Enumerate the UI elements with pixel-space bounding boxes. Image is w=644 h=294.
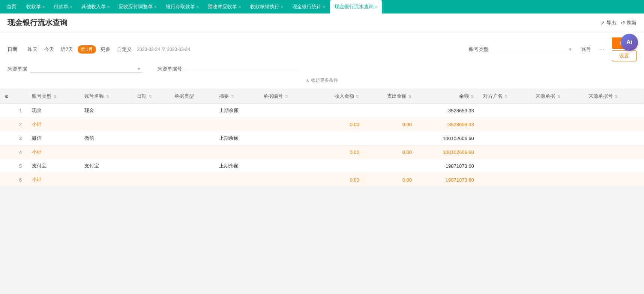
nav-home[interactable]: 首页: [2, 0, 22, 13]
td-doc-number: [258, 159, 311, 173]
nav-cash-bank-stat[interactable]: 现金银行统计 ×: [288, 0, 330, 13]
table-row[interactable]: 6小计0.000.0019871073.60: [0, 173, 644, 187]
nav-cash-bank-stat-close[interactable]: ×: [323, 0, 325, 13]
source-doc-select[interactable]: ▾: [30, 65, 143, 73]
date-opt-more[interactable]: 更多: [98, 45, 113, 54]
nav-prepay-offset-close[interactable]: ×: [239, 0, 241, 13]
th-doc-type: 单据类型: [170, 89, 215, 104]
th-summary[interactable]: 摘要 ⇅: [215, 89, 259, 104]
td-summary: [215, 173, 259, 187]
source-doc-num-label: 来源单据号: [158, 66, 182, 72]
td-source-doc-num: [584, 104, 644, 118]
date-opt-7days[interactable]: 近7天: [59, 45, 75, 54]
td-account-name: [80, 145, 132, 159]
collapse-label: 收起更多条件: [311, 77, 338, 84]
td-expense: 0.00: [364, 118, 416, 131]
nav-other-income-close[interactable]: ×: [107, 0, 110, 13]
td-balance: 100102606.60: [416, 145, 479, 159]
page-header: 现金银行流水查询 ↗ 导出 ↺ 刷新: [0, 13, 644, 32]
ai-label: Ai: [626, 39, 632, 46]
th-account-name-label: 账号名称: [84, 93, 104, 99]
td-income: [311, 159, 364, 173]
td-index: 4: [14, 145, 27, 159]
td-balance: 19871073.60: [416, 159, 479, 173]
date-opt-yesterday[interactable]: 昨天: [26, 45, 40, 54]
nav-receipt-verify-label: 收款核销执行: [250, 0, 279, 13]
nav-ar-ap-adjust-close[interactable]: ×: [154, 0, 156, 13]
th-account-type[interactable]: 账号类型 ⇅: [27, 89, 80, 104]
th-source-doc[interactable]: 来源单据 ⇅: [531, 89, 584, 104]
th-source-doc-num-label: 来源单据号: [588, 93, 613, 99]
nav-prepay-offset-label: 预收冲应收单: [208, 0, 237, 13]
table-row[interactable]: 5支付宝支付宝上期余额19871073.60: [0, 159, 644, 173]
th-settings[interactable]: ⚙: [0, 89, 14, 104]
td-source-doc-num: [584, 173, 644, 187]
th-expense-sort: ⇅: [408, 94, 411, 98]
td-date: [132, 131, 170, 145]
account-type-select[interactable]: ▾: [491, 46, 574, 53]
table-row[interactable]: 1现金现金上期余额-3528659.33: [0, 104, 644, 118]
td-account-type: 小计: [27, 173, 80, 187]
td-counterpart: [479, 173, 531, 187]
nav-other-income[interactable]: 其他收入单 ×: [77, 0, 114, 13]
nav-home-label: 首页: [7, 0, 17, 13]
th-source-doc-num[interactable]: 来源单据号 ⇅: [584, 89, 644, 104]
nav-receipt-close[interactable]: ×: [42, 0, 45, 13]
td-summary: 上期余额: [215, 159, 259, 173]
th-account-name[interactable]: 账号名称 ⇅: [80, 89, 132, 104]
td-account-name: 微信: [80, 131, 132, 145]
nav-cash-bank-flow[interactable]: 现金银行流水查询 ×: [330, 0, 382, 13]
td-doc-type: [170, 118, 215, 131]
td-expense: 0.00: [364, 173, 416, 187]
td-summary: 上期余额: [215, 104, 259, 118]
nav-bank-deposit-close[interactable]: ×: [197, 0, 199, 13]
source-doc-num-input[interactable]: [185, 68, 297, 70]
table-row[interactable]: 2小计0.000.00-3528659.33: [0, 118, 644, 131]
settings-button[interactable]: 设置: [612, 50, 636, 61]
data-table: ⚙ 账号类型 ⇅ 账号名称 ⇅ 日期 ⇅ 单据类型: [0, 89, 644, 187]
refresh-button[interactable]: ↺ 刷新: [621, 19, 636, 26]
td-account-type: 小计: [27, 118, 80, 131]
date-opt-custom[interactable]: 自定义: [115, 45, 134, 54]
nav-receipt[interactable]: 收款单 ×: [22, 0, 49, 13]
td-balance: -3528659.33: [416, 104, 479, 118]
source-doc-group: 来源单据 ▾: [8, 65, 143, 73]
filter-row-2: 来源单据 ▾ 来源单据号: [8, 65, 636, 73]
date-opt-1month[interactable]: 近1月: [78, 45, 96, 54]
th-doc-type-label: 单据类型: [174, 93, 194, 99]
td-source-doc: [531, 104, 584, 118]
account-ellipsis[interactable]: ···: [599, 46, 604, 53]
collapse-bar[interactable]: ∧ 收起更多条件: [8, 76, 636, 84]
td-summary: [215, 118, 259, 131]
th-doc-number[interactable]: 单据编号 ⇅: [258, 89, 311, 104]
td-doc-type: [170, 159, 215, 173]
th-counterpart[interactable]: 对方户名 ⇅: [479, 89, 531, 104]
td-date: [132, 118, 170, 131]
source-doc-dropdown-icon: ▾: [138, 66, 140, 72]
nav-receipt-verify[interactable]: 收款核销执行 ×: [246, 0, 288, 13]
td-source-doc-num: [584, 131, 644, 145]
nav-cash-bank-flow-close[interactable]: ×: [375, 0, 377, 13]
nav-ar-ap-adjust[interactable]: 应收应付调整单 ×: [114, 0, 161, 13]
th-expense[interactable]: 支出金额 ⇅: [364, 89, 416, 104]
export-button[interactable]: ↗ 导出: [600, 19, 616, 26]
nav-receipt-verify-close[interactable]: ×: [281, 0, 283, 13]
td-account-type: 支付宝: [27, 159, 80, 173]
nav-payment-close[interactable]: ×: [70, 0, 72, 13]
nav-payment[interactable]: 付款单 ×: [49, 0, 77, 13]
td-date: [132, 104, 170, 118]
nav-prepay-offset[interactable]: 预收冲应收单 ×: [203, 0, 245, 13]
td-date: [132, 159, 170, 173]
ai-assistant-button[interactable]: Ai: [621, 34, 638, 51]
th-income[interactable]: 收入金额 ⇅: [311, 89, 364, 104]
th-date[interactable]: 日期 ⇅: [132, 89, 170, 104]
nav-bank-deposit[interactable]: 银行存取款单 ×: [161, 0, 203, 13]
td-income: [311, 131, 364, 145]
td-doc-type: [170, 173, 215, 187]
table-row[interactable]: 3微信微信上期余额100102606.60: [0, 131, 644, 145]
th-balance[interactable]: 余额 ⇅: [416, 89, 479, 104]
td-counterpart: [479, 118, 531, 131]
date-opt-today[interactable]: 今天: [42, 45, 56, 54]
td-settings: [0, 145, 14, 159]
table-row[interactable]: 4小计0.000.00100102606.60: [0, 145, 644, 159]
